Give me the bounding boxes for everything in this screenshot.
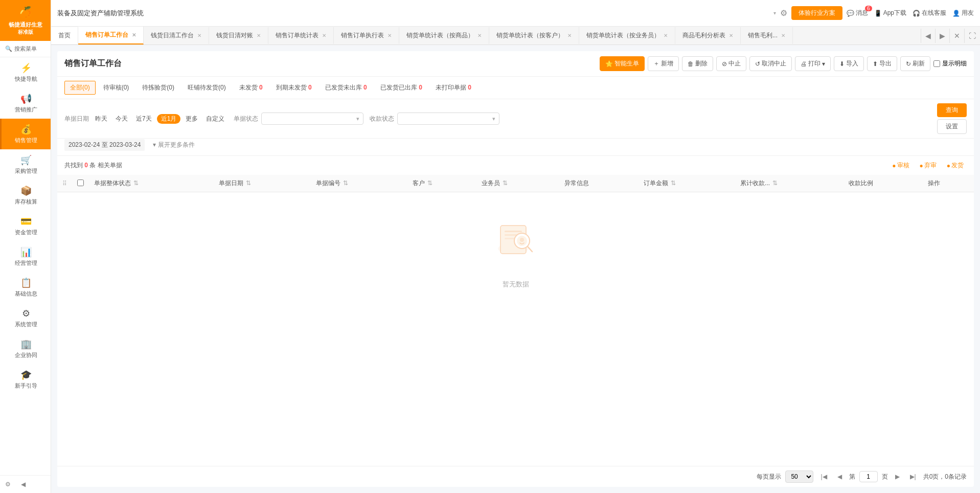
sort-icon[interactable]: ⇅ [343, 180, 348, 187]
sidebar-item-guide[interactable]: 🎓 新手引导 [0, 364, 51, 395]
search-btn[interactable]: 查询 [937, 103, 967, 117]
tab-sales-stats[interactable]: 销售订单统计表 ✕ [268, 27, 334, 44]
sidebar-item-quick-nav[interactable]: ⚡ 快捷导航 [0, 57, 51, 88]
topbar-dropdown-icon[interactable]: ▾ [773, 10, 776, 16]
tab-close-icon[interactable]: ✕ [567, 33, 572, 38]
first-page-btn[interactable]: |◀ [817, 472, 830, 482]
sidebar-item-inventory[interactable]: 📦 库存核算 [0, 180, 51, 211]
status-select[interactable] [261, 113, 363, 125]
tab-close-icon[interactable]: ✕ [664, 33, 668, 38]
tab-sales-order[interactable]: 销售订单工作台 ✕ [78, 27, 144, 44]
date-option-yesterday[interactable]: 昨天 [92, 114, 110, 124]
tab-cash-daily[interactable]: 钱货日清工作台 ✕ [144, 27, 209, 44]
tab-sales-extra[interactable]: 销售毛利... ✕ [741, 27, 793, 44]
sidebar-item-marketing[interactable]: 📢 营销推广 [0, 88, 51, 119]
page-input[interactable] [859, 471, 878, 482]
sub-tab-all[interactable]: 全部(0) [64, 81, 96, 95]
sub-tab-pending-review[interactable]: 待审核(0) [98, 81, 135, 95]
smart-create-btn[interactable]: ⭐ 智能生单 [600, 56, 645, 71]
cancel-audit-btn[interactable]: ● 弃审 [917, 160, 940, 171]
tab-cash-account[interactable]: 钱货日清对账 ✕ [209, 27, 268, 44]
expand-filter-btn[interactable]: ▾ 展开更多条件 [149, 139, 198, 151]
sidebar-item-system[interactable]: ⚙ 系统管理 [0, 303, 51, 333]
tab-close-icon[interactable]: ✕ [781, 33, 785, 38]
basic-info-icon: 📋 [20, 277, 32, 288]
industry-solution-btn[interactable]: 体验行业方案 [791, 6, 842, 20]
sidebar-item-purchase[interactable]: 🛒 采购管理 [0, 149, 51, 180]
tab-close-icon[interactable]: ✕ [132, 32, 136, 38]
tab-close-icon[interactable]: ✕ [729, 33, 733, 38]
date-option-7days[interactable]: 近7天 [133, 114, 155, 124]
select-all-checkbox[interactable] [77, 180, 84, 186]
tabs-expand-btn[interactable]: ⛶ [964, 29, 980, 43]
suspend-btn[interactable]: ⊘ 中止 [716, 56, 746, 71]
import-btn[interactable]: ⬇ 导入 [834, 56, 864, 71]
date-option-today[interactable]: 今天 [112, 114, 131, 124]
tabs-close-all-btn[interactable]: ✕ [949, 29, 964, 43]
sidebar-item-basic-info[interactable]: 📋 基础信息 [0, 272, 51, 303]
sort-icon[interactable]: ⇅ [772, 180, 778, 187]
refresh-btn[interactable]: ↻ 刷新 [900, 56, 930, 71]
add-btn[interactable]: ＋ 新增 [648, 56, 679, 71]
sidebar-item-sales[interactable]: 💰 销售管理 [0, 119, 51, 149]
show-detail-label[interactable]: 显示明细 [933, 59, 967, 68]
sub-tab-expired-not-shipped[interactable]: 到期未发货 0 [270, 81, 317, 95]
show-detail-checkbox[interactable] [933, 60, 940, 67]
print-btn[interactable]: 🖨 打印 ▾ [795, 56, 831, 71]
ship-btn[interactable]: ● 发货 [944, 160, 967, 171]
date-option-more[interactable]: 更多 [183, 114, 201, 124]
app-download-btn[interactable]: 📱 App下载 [874, 9, 906, 17]
tabs-next-btn[interactable]: ▶ [935, 29, 949, 43]
online-service-btn[interactable]: 🎧 在线客服 [913, 9, 946, 17]
search-menu[interactable]: 🔍 搜索菜单 [0, 41, 51, 57]
topbar-settings-icon[interactable]: ⚙ [780, 8, 787, 18]
sub-tab-not-printed[interactable]: 未打印单据 0 [430, 81, 477, 95]
app-label: App下载 [883, 9, 906, 17]
per-page-select[interactable]: 50 100 200 [785, 470, 813, 483]
export-btn[interactable]: ⬆ 导出 [867, 56, 897, 71]
sort-icon[interactable]: ⇅ [503, 180, 508, 187]
sub-tab-not-shipped[interactable]: 未发货 0 [234, 81, 268, 95]
sub-tab-shipped-not-in[interactable]: 已发货未出库 0 [320, 81, 373, 95]
last-page-btn[interactable]: ▶| [907, 472, 919, 482]
sub-tab-pending-check[interactable]: 待拣验货(0) [136, 81, 180, 95]
sort-icon[interactable]: ⇅ [671, 180, 676, 187]
collection-select[interactable] [397, 113, 499, 125]
date-option-1month[interactable]: 近1月 [157, 114, 181, 124]
sidebar-item-operation[interactable]: 📊 经营管理 [0, 241, 51, 272]
sales-icon: 💰 [20, 124, 32, 135]
sidebar-item-enterprise[interactable]: 🏢 企业协同 [0, 333, 51, 364]
tab-sales-summary-customer[interactable]: 销货单统计表（按客户） ✕ [489, 27, 579, 44]
tab-close-icon[interactable]: ✕ [257, 33, 261, 38]
sort-icon[interactable]: ⇅ [246, 180, 251, 187]
sidebar-item-finance[interactable]: 💳 资金管理 [0, 211, 51, 241]
cancel-suspend-btn[interactable]: ↺ 取消中止 [749, 56, 792, 71]
delete-btn[interactable]: 🗑 删除 [682, 56, 713, 71]
tab-sales-exec[interactable]: 销售订单执行表 ✕ [334, 27, 399, 44]
sub-tab-wangpu[interactable]: 旺铺待发货(0) [182, 81, 232, 95]
message-btn[interactable]: 💬 消息 6 [847, 9, 868, 17]
set-btn[interactable]: 设置 [937, 119, 967, 134]
tab-close-icon[interactable]: ✕ [477, 33, 482, 38]
sort-icon[interactable]: ⇅ [427, 180, 432, 187]
date-option-custom[interactable]: 自定义 [203, 114, 227, 124]
cancel-audit-icon: ● [920, 162, 923, 169]
sidebar-settings-btn[interactable]: ⚙ [0, 476, 16, 493]
tab-home[interactable]: 首页 [51, 27, 78, 44]
col-staff: 业务员 ⇅ [476, 175, 559, 192]
tabs-prev-btn[interactable]: ◀ [921, 29, 935, 43]
sub-tab-shipped-out[interactable]: 已发货已出库 0 [375, 81, 428, 95]
user-menu-btn[interactable]: 👤 用友 [952, 9, 974, 17]
tab-sales-summary-staff[interactable]: 销货单统计表（按业务员） ✕ [579, 27, 675, 44]
tab-product-margin[interactable]: 商品毛利分析表 ✕ [675, 27, 741, 44]
sidebar-collapse-btn[interactable]: ◀ [16, 476, 31, 493]
tab-sales-summary-product[interactable]: 销货单统计表（按商品） ✕ [399, 27, 489, 44]
tab-close-icon[interactable]: ✕ [322, 33, 326, 38]
tab-close-icon[interactable]: ✕ [197, 33, 201, 38]
date-filter-label: 单据日期 [64, 115, 89, 123]
tab-close-icon[interactable]: ✕ [388, 33, 392, 38]
next-page-btn[interactable]: ▶ [892, 472, 903, 482]
prev-page-btn[interactable]: ◀ [834, 472, 845, 482]
audit-btn[interactable]: ● 审核 [889, 160, 912, 171]
sort-icon[interactable]: ⇅ [133, 180, 139, 187]
